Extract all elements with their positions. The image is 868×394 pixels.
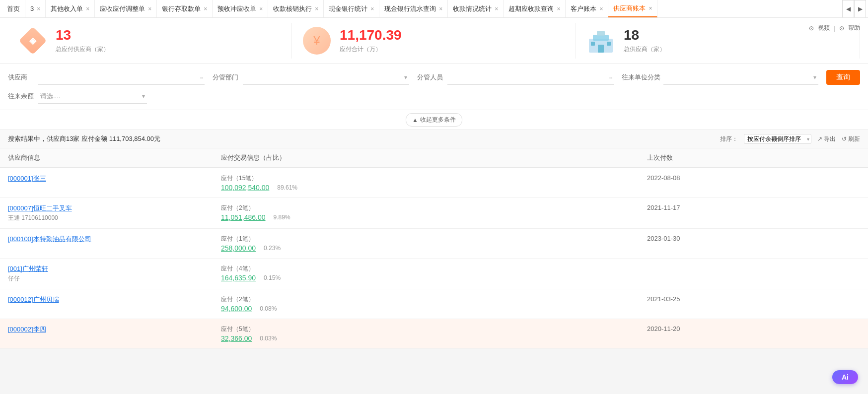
supplier-info-3: [000100]本特勤油品有限公司	[8, 235, 221, 244]
filter-row-2: 往来余额 请选.... ▾	[8, 89, 860, 104]
person-filter-label: 分管人员	[417, 73, 444, 82]
export-label: 导出	[824, 135, 836, 143]
nav-customer-ledger-close[interactable]: ×	[599, 5, 603, 12]
result-summary-text: 搜索结果中，供应商13家 应付金额 111,703,854.00元	[8, 134, 160, 143]
nav-home[interactable]: 首页	[2, 0, 25, 17]
table-row: [001]广州荣轩 仔仔 应付（4笔） 164,635.90 0.15%	[0, 259, 868, 289]
sort-select[interactable]: 按应付余额倒序排序 按应付余额升序排序 按供应商名称排序	[744, 134, 811, 144]
nav-other-income-close[interactable]: ×	[86, 5, 89, 12]
nav-bank-deposit-label: 银行存取款单	[162, 4, 201, 13]
nav-other-income[interactable]: 其他收入单 ×	[46, 0, 95, 17]
supplier-link-2[interactable]: [000007]恒旺二手叉车	[8, 204, 72, 212]
tx-info-6: 应付（5笔） 32,366.00 0.03%	[221, 325, 647, 342]
video-link[interactable]: 视频	[818, 24, 830, 32]
top-right-links: ⊙ 视频 | ⊙ 帮助	[809, 24, 860, 32]
nav-tab3[interactable]: 3 ×	[25, 0, 46, 17]
nav-next-button[interactable]: ▶	[854, 0, 866, 18]
ap-total-number: 11,170.39	[340, 28, 402, 43]
nav-overdue-ar-close[interactable]: ×	[557, 5, 560, 12]
supplier-info-2: [000007]恒旺二手叉车 王通 17106110000	[8, 204, 221, 222]
nav-tab3-close[interactable]: ×	[37, 5, 40, 12]
last-pay-date-2: 2021-11-17	[647, 204, 680, 211]
tx-amount-5[interactable]: 94,600.00	[221, 305, 252, 313]
supplier-link-5[interactable]: [000012]广州贝瑞	[8, 296, 59, 303]
last-pay-6: 2020-11-20	[647, 325, 860, 332]
sort-wrapper: 按应付余额倒序排序 按应付余额升序排序 按供应商名称排序	[744, 134, 811, 144]
tx-row-3: 258,000.00 0.23%	[221, 244, 647, 252]
nav-supplier-ledger-close[interactable]: ×	[649, 5, 652, 12]
dept-select[interactable]	[243, 70, 409, 85]
nav-receipt-stat-close[interactable]: ×	[495, 5, 498, 12]
tx-amount-4[interactable]: 164,635.90	[221, 274, 256, 282]
tx-row-4: 164,635.90 0.15%	[221, 274, 647, 282]
nav-receipt-verify-label: 收款核销执行	[273, 4, 312, 13]
nav-prev-button[interactable]: ◀	[842, 0, 854, 18]
nav-advance-ar-close[interactable]: ×	[259, 5, 263, 12]
supplier-link-4[interactable]: [001]广州荣轩	[8, 265, 48, 272]
col-header-last-pay: 上次付数	[647, 153, 860, 162]
tx-info-4: 应付（4笔） 164,635.90 0.15%	[221, 264, 647, 282]
person-input[interactable]	[447, 70, 614, 85]
refresh-button[interactable]: ↺ 刷新	[842, 135, 860, 143]
result-bar: 搜索结果中，供应商13家 应付金额 111,703,854.00元 排序： 按应…	[0, 130, 868, 148]
last-pay-2: 2021-11-17	[647, 204, 860, 211]
nav-receipt-stat[interactable]: 收款情况统计 ×	[448, 0, 504, 17]
supplier-filter-label: 供应商	[8, 73, 35, 82]
help-link[interactable]: 帮助	[848, 24, 860, 32]
tx-amount-6[interactable]: 32,366.00	[221, 334, 252, 342]
nav-bank-deposit[interactable]: 银行存取款单 ×	[157, 0, 213, 17]
nav-supplier-ledger[interactable]: 供应商账本 ×	[608, 0, 657, 17]
export-button[interactable]: ↗ 导出	[817, 135, 836, 143]
tx-percent-3: 0.23%	[264, 245, 281, 252]
nav-ar-ap-adjust-close[interactable]: ×	[148, 5, 151, 12]
nav-cash-bank-stat[interactable]: 现金银行统计 ×	[324, 0, 379, 17]
collapse-button[interactable]: ▲ 收起更多条件	[406, 113, 462, 127]
supplier-info-5: [000012]广州贝瑞	[8, 295, 221, 304]
tx-label-4: 应付（4笔）	[221, 264, 647, 273]
tx-label-2: 应付（2笔）	[221, 204, 647, 212]
last-pay-date-3: 2023-01-30	[647, 235, 680, 242]
balance-select[interactable]: 请选....	[38, 89, 147, 104]
last-pay-5: 2021-03-25	[647, 295, 860, 303]
supplier-link-3[interactable]: [000100]本特勤油品有限公司	[8, 235, 91, 243]
nav-receipt-stat-label: 收款情况统计	[453, 4, 492, 13]
nav-ar-ap-adjust[interactable]: 应收应付调整单 ×	[95, 0, 157, 17]
nav-advance-ar[interactable]: 预收冲应收单 ×	[213, 0, 268, 17]
summary-card-ap-total: ¥ 11,170.39 应付合计（万）	[292, 23, 576, 59]
tx-amount-3[interactable]: 258,000.00	[221, 244, 256, 252]
nav-receipt-verify[interactable]: 收款核销执行 ×	[268, 0, 324, 17]
supplier-input[interactable]	[38, 70, 205, 85]
nav-cash-flow-query-close[interactable]: ×	[439, 5, 442, 12]
filter-row-1: 供应商 ··· 分管部门 ▾ 分管人员 ···	[8, 70, 860, 85]
nav-cash-flow-query[interactable]: 现金银行流水查询 ×	[379, 0, 448, 17]
tx-row-5: 94,600.00 0.08%	[221, 305, 647, 313]
nav-receipt-verify-close[interactable]: ×	[315, 5, 318, 12]
tx-amount-1[interactable]: 100,092,540.00	[221, 184, 269, 192]
link-divider: |	[834, 25, 835, 32]
nav-customer-ledger[interactable]: 客户账本 ×	[566, 0, 608, 17]
supplier-link-1[interactable]: [000001]张三	[8, 175, 46, 182]
tx-amount-2[interactable]: 11,051,486.00	[221, 213, 266, 221]
nav-cash-bank-stat-close[interactable]: ×	[370, 5, 374, 12]
svg-rect-4	[591, 42, 595, 46]
tx-label-6: 应付（5笔）	[221, 325, 647, 333]
filter-section: 供应商 ··· 分管部门 ▾ 分管人员 ···	[0, 64, 868, 110]
collapse-label: 收起更多条件	[420, 116, 456, 124]
nav-advance-ar-label: 预收冲应收单	[217, 4, 256, 13]
nav-overdue-ar[interactable]: 超期应收款查询 ×	[504, 0, 566, 17]
ap-total-icon: ¥	[302, 26, 332, 56]
category-select[interactable]	[663, 70, 818, 85]
svg-rect-5	[607, 42, 611, 46]
query-button[interactable]: 查询	[826, 70, 860, 85]
supplier-link-6[interactable]: [000002]李四	[8, 326, 46, 333]
nav-bank-deposit-close[interactable]: ×	[204, 5, 207, 12]
filter-category: 往来单位分类 ▾	[622, 70, 818, 85]
video-icon: ⊙	[809, 25, 814, 32]
data-table: 供应商信息 应付交易信息（占比） 上次付数 [000001]张三 应付（15笔）…	[0, 148, 868, 349]
last-pay-1: 2022-08-08	[647, 174, 860, 182]
nav-overdue-ar-label: 超期应收款查询	[508, 4, 554, 13]
sort-label: 排序：	[720, 135, 738, 143]
ap-total-label: 应付合计（万）	[340, 45, 402, 54]
top-navigation: 首页 3 × 其他收入单 × 应收应付调整单 × 银行存取款单 × 预收冲应收单…	[0, 0, 868, 18]
nav-customer-ledger-label: 客户账本	[571, 4, 596, 13]
